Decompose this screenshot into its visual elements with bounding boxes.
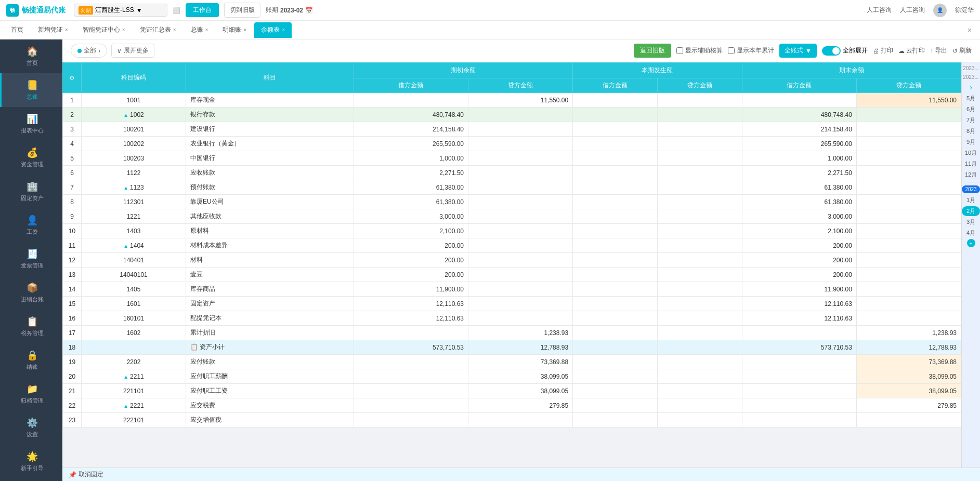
table-cell-2 xyxy=(573,238,658,253)
unpin-button[interactable]: 📌 取消固定 xyxy=(69,470,103,479)
table-row-name[interactable]: 库存现金 xyxy=(186,93,354,108)
tab-bar-close-button[interactable]: × xyxy=(963,24,976,36)
sidebar-item-invoice[interactable]: 🧾 发票管理 xyxy=(0,242,62,276)
format-button[interactable]: 全账式 ▼ xyxy=(779,44,817,58)
print-button[interactable]: 🖨 打印 xyxy=(873,46,893,55)
avatar[interactable]: 👤 xyxy=(933,4,947,17)
table-wrap[interactable]: ⚙ 科目编码 科目 期初余额 本期发生额 期末余额 借方金额 贷方金额 借方金额… xyxy=(62,62,961,467)
table-cell-1 xyxy=(468,137,573,151)
expand-all-toggle[interactable]: 全部展开 xyxy=(822,46,868,56)
tab-balance[interactable]: 余额表 × xyxy=(254,22,292,38)
table-row-code xyxy=(82,340,186,355)
sidebar-item-tax[interactable]: 📋 税务管理 xyxy=(0,310,62,343)
tab-smart-voucher[interactable]: 智能凭证中心 × xyxy=(76,22,132,38)
show-aux-checkbox[interactable] xyxy=(676,47,683,54)
close-detail-icon[interactable]: × xyxy=(243,27,246,33)
table-cell-1 xyxy=(468,209,573,224)
table-row-name[interactable]: 原材料 xyxy=(186,224,354,238)
filter-all-button[interactable]: 全部 › xyxy=(71,44,107,58)
table-row-name[interactable]: 累计折旧 xyxy=(186,326,354,340)
table-row-name[interactable]: 壹豆 xyxy=(186,268,354,282)
table-row-name[interactable]: 靠厦EU公司 xyxy=(186,195,354,209)
table-row-name[interactable]: 其他应收款 xyxy=(186,209,354,224)
show-ytd-check[interactable]: 显示本年累计 xyxy=(728,46,774,55)
table-row-name[interactable]: 库存商品 xyxy=(186,282,354,297)
table-row-name[interactable]: 农业银行（黄金） xyxy=(186,137,354,151)
workbench-button[interactable]: 工作台 xyxy=(186,3,219,17)
table-row-name[interactable]: 应收账款 xyxy=(186,166,354,180)
table-row-name[interactable]: 银行存款 xyxy=(186,108,354,122)
table-row-name[interactable]: 📋 资产小计 xyxy=(186,340,354,355)
right-month-6[interactable]: 6月 xyxy=(962,104,980,114)
right-month-11[interactable]: 11月 xyxy=(962,159,980,169)
sidebar-item-guide[interactable]: 🌟 新手引导 xyxy=(0,445,62,478)
copy-icon[interactable]: ⬜ xyxy=(173,7,180,14)
right-month-7[interactable]: 7月 xyxy=(962,115,980,125)
tab-detail[interactable]: 明细账 × xyxy=(216,22,253,38)
close-ledger-icon[interactable]: × xyxy=(205,27,208,33)
right-month-3[interactable]: 3月 xyxy=(962,217,980,227)
show-aux-check[interactable]: 显示辅助核算 xyxy=(676,46,723,55)
return-old-version-button[interactable]: 返回旧版 xyxy=(634,44,671,58)
right-month-8[interactable]: 8月 xyxy=(962,126,980,136)
expand-more-button[interactable]: ∨ 展开更多 xyxy=(111,44,154,58)
table-row-name[interactable]: 固定资产 xyxy=(186,297,354,311)
table-row-code: 221101 xyxy=(82,384,186,398)
right-current-year[interactable]: 2023 xyxy=(962,185,980,193)
table-cell-3 xyxy=(657,413,742,427)
sidebar-item-archive[interactable]: 📁 归档管理 xyxy=(0,377,62,411)
right-expand-icon[interactable]: › xyxy=(962,82,980,92)
company-selector[interactable]: 勿副 江西股生-LSS ▼ xyxy=(74,4,167,17)
sidebar-item-salary[interactable]: 👤 工资 xyxy=(0,208,62,242)
switch-version-button[interactable]: 切到旧版 xyxy=(224,3,260,18)
sidebar-item-ledger[interactable]: 📒 总账 xyxy=(0,73,62,107)
service-text[interactable]: 人工咨询 xyxy=(900,6,925,15)
table-cell-0: 265,590.00 xyxy=(354,137,468,151)
sidebar-item-fixed[interactable]: 🏢 固定资产 xyxy=(0,175,62,208)
show-ytd-checkbox[interactable] xyxy=(728,47,735,54)
table-row-name[interactable]: 应交税费 xyxy=(186,398,354,413)
table-row-name[interactable]: 应付职工工资 xyxy=(186,384,354,398)
refresh-button[interactable]: ↺ 刷新 xyxy=(952,46,972,55)
right-month-12[interactable]: 12月 xyxy=(962,170,980,180)
right-month-1[interactable]: 1月 xyxy=(962,195,980,205)
table-row-name[interactable]: 中国银行 xyxy=(186,151,354,166)
calendar-icon[interactable]: 📅 xyxy=(305,7,313,14)
sidebar-item-member[interactable]: 💎 畅会员 xyxy=(0,478,62,481)
close-voucher-summary-icon[interactable]: × xyxy=(173,27,176,33)
col-settings-header[interactable]: ⚙ xyxy=(63,63,82,93)
table-row-name[interactable]: 应交增值税 xyxy=(186,413,354,427)
close-add-voucher-icon[interactable]: × xyxy=(65,27,68,33)
table-row-name[interactable]: 应付职工薪酬 xyxy=(186,369,354,384)
sidebar-item-purchase[interactable]: 📦 进销台账 xyxy=(0,276,62,310)
close-balance-icon[interactable]: × xyxy=(282,27,285,33)
sidebar-item-home[interactable]: 🏠 首页 xyxy=(0,39,62,73)
toggle-switch[interactable] xyxy=(822,46,841,56)
right-month-4[interactable]: 4月 xyxy=(962,228,980,238)
right-expand-circle[interactable]: + xyxy=(967,239,975,247)
cloud-print-button[interactable]: ☁ 云打印 xyxy=(898,46,925,55)
sidebar-item-report[interactable]: 📊 报表中心 xyxy=(0,107,62,141)
sidebar-item-close[interactable]: 🔒 结账 xyxy=(0,343,62,377)
tab-ledger[interactable]: 总账 × xyxy=(184,22,215,38)
service-label[interactable]: 人工咨询 xyxy=(867,6,892,15)
table-row-name[interactable]: 配提凭记本 xyxy=(186,311,354,326)
table-row-name[interactable]: 应付账款 xyxy=(186,355,354,369)
tab-add-voucher[interactable]: 新增凭证 × xyxy=(31,22,75,38)
table-row-name[interactable]: 预付账款 xyxy=(186,180,354,195)
table-row-name[interactable]: 材料 xyxy=(186,253,354,268)
tab-home[interactable]: 首页 xyxy=(4,22,30,38)
close-smart-voucher-icon[interactable]: × xyxy=(122,27,125,33)
sidebar-item-capital[interactable]: 💰 资金管理 xyxy=(0,141,62,175)
right-month-2-active[interactable]: 2月 xyxy=(962,206,980,216)
export-label: 导出 xyxy=(935,46,947,55)
tab-voucher-summary[interactable]: 凭证汇总表 × xyxy=(133,22,183,38)
sidebar-item-settings[interactable]: ⚙️ 设置 xyxy=(0,411,62,445)
export-button[interactable]: ↑ 导出 xyxy=(930,46,947,55)
table-row-name[interactable]: 建设银行 xyxy=(186,122,354,137)
table-cell-0: 200.00 xyxy=(354,238,468,253)
table-row-name[interactable]: 材料成本差异 xyxy=(186,238,354,253)
right-month-9[interactable]: 9月 xyxy=(962,137,980,147)
right-month-10[interactable]: 10月 xyxy=(962,148,980,158)
right-month-5[interactable]: 5月 xyxy=(962,93,980,103)
